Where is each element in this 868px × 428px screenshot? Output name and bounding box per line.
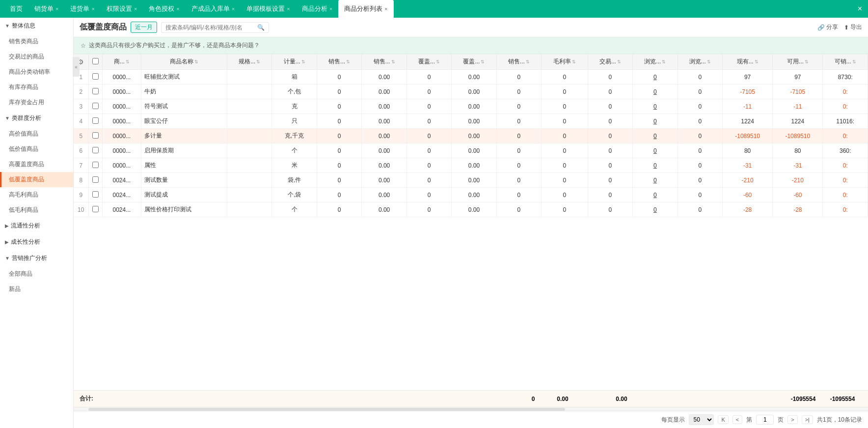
col-gross[interactable]: 毛利率⇅	[542, 54, 588, 70]
sidebar-group-growth[interactable]: ▶ 成长性分析	[0, 234, 73, 250]
sidebar-item-traded-goods[interactable]: 交易过的商品	[0, 49, 73, 64]
close-icon[interactable]: ×	[134, 6, 137, 12]
row-checkbox[interactable]	[92, 162, 99, 168]
first-page-button[interactable]: K	[718, 415, 728, 424]
close-icon[interactable]: ×	[55, 6, 58, 12]
nav-purchase[interactable]: 进货单 ×	[64, 0, 100, 18]
nav-warehouse[interactable]: 产成品入库单 ×	[186, 0, 241, 18]
row-name[interactable]: 眼宝公仔	[141, 114, 227, 129]
next-page-button[interactable]: >	[787, 415, 797, 424]
row-checkbox[interactable]	[92, 103, 99, 109]
col-view2[interactable]: 浏览...⇅	[678, 54, 722, 70]
row-checkbox[interactable]	[92, 132, 99, 139]
search-input[interactable]	[165, 24, 255, 31]
col-trade[interactable]: 交易...⇅	[588, 54, 632, 70]
row-name[interactable]: 旺辅批次测试	[141, 70, 227, 85]
col-cover1[interactable]: 覆盖...⇅	[407, 54, 451, 70]
select-all-checkbox[interactable]	[92, 58, 99, 64]
close-icon[interactable]: ×	[91, 6, 94, 12]
sidebar-item-category-rate[interactable]: 商品分类动销率	[0, 64, 73, 80]
row-view1[interactable]: 0	[633, 158, 678, 173]
row-view1[interactable]: 0	[633, 85, 678, 99]
row-view1[interactable]: 0	[633, 99, 678, 114]
col-spec[interactable]: 规格...⇅	[227, 54, 272, 70]
sidebar-item-stock-capital[interactable]: 库存资金占用	[0, 95, 73, 110]
sidebar-group-cluster[interactable]: ▼ 类群度分析	[0, 110, 73, 126]
time-filter-month[interactable]: 近一月	[131, 22, 157, 33]
col-sales-qty[interactable]: 销售...⇅	[317, 54, 361, 70]
row-checkbox[interactable]	[92, 88, 99, 94]
row-checkbox[interactable]	[92, 147, 99, 153]
sidebar-item-high-margin[interactable]: 高毛利商品	[0, 187, 73, 202]
row-sales-amt: 0.00	[362, 173, 407, 188]
sidebar-item-high-coverage[interactable]: 高覆盖度商品	[0, 157, 73, 172]
row-view1[interactable]: 0	[633, 114, 678, 129]
sidebar-item-high-value[interactable]: 高价值商品	[0, 126, 73, 142]
col-code[interactable]: 商...⇅	[102, 54, 141, 70]
col-avail[interactable]: 可用...⇅	[773, 54, 823, 70]
per-page-select[interactable]: 50 10 20 100	[689, 414, 714, 425]
col-current[interactable]: 现有...⇅	[723, 54, 773, 70]
row-checkbox[interactable]	[92, 117, 99, 124]
row-checkbox[interactable]	[92, 176, 99, 183]
row-view1[interactable]: 0	[633, 188, 678, 202]
row-current: 97	[723, 70, 773, 85]
sidebar-group-liquidity[interactable]: ▶ 流通性分析	[0, 218, 73, 234]
row-view1[interactable]: 0	[633, 70, 678, 85]
sidebar-item-low-margin[interactable]: 低毛利商品	[0, 202, 73, 218]
row-view1[interactable]: 0	[633, 143, 678, 158]
page-number-input[interactable]	[756, 415, 774, 425]
row-name[interactable]: 多计量	[141, 129, 227, 143]
col-cover2[interactable]: 覆盖...⇅	[452, 54, 496, 70]
sidebar-collapse-button[interactable]: «	[73, 57, 80, 77]
row-name[interactable]: 属性价格打印测试	[141, 202, 227, 217]
nav-sales[interactable]: 销货单 ×	[28, 0, 64, 18]
row-trade: 0	[588, 143, 632, 158]
close-icon[interactable]: ×	[329, 6, 332, 12]
nav-home[interactable]: 首页	[4, 0, 28, 18]
col-view1[interactable]: 浏览...⇅	[633, 54, 678, 70]
sidebar-item-low-coverage[interactable]: 低覆盖度商品	[0, 172, 73, 187]
col-name[interactable]: 商品名称⇅	[141, 54, 227, 70]
close-all-tabs-icon[interactable]: ×	[858, 4, 862, 13]
close-icon[interactable]: ×	[176, 6, 179, 12]
sidebar-item-all-goods[interactable]: 全部商品	[0, 266, 73, 282]
col-unit[interactable]: 计量...⇅	[272, 54, 317, 70]
prev-page-button[interactable]: <	[732, 415, 742, 424]
sidebar-item-low-value[interactable]: 低价值商品	[0, 142, 73, 157]
row-checkbox[interactable]	[92, 206, 99, 212]
row-checkbox[interactable]	[92, 191, 99, 198]
row-view1[interactable]: 0	[633, 173, 678, 188]
row-name[interactable]: 启用保质期	[141, 143, 227, 158]
close-icon[interactable]: ×	[232, 6, 235, 12]
col-sellable[interactable]: 可销...⇅	[823, 54, 868, 70]
row-name[interactable]: 符号测试	[141, 99, 227, 114]
page-title: 低覆盖度商品	[80, 22, 127, 32]
col-sales3[interactable]: 销售...⇅	[496, 54, 541, 70]
sidebar-item-in-stock[interactable]: 有库存商品	[0, 80, 73, 95]
sidebar-group-marketing[interactable]: ▼ 营销推广分析	[0, 250, 73, 266]
sidebar-item-sales-goods[interactable]: 销售类商品	[0, 34, 73, 49]
nav-permission[interactable]: 权限设置 ×	[101, 0, 143, 18]
row-view1[interactable]: 0	[633, 202, 678, 217]
search-icon[interactable]: 🔍	[257, 24, 265, 31]
close-icon[interactable]: ×	[384, 6, 387, 12]
row-view1[interactable]: 0	[633, 129, 678, 143]
row-checkbox[interactable]	[92, 73, 99, 80]
sidebar-group-overall[interactable]: ▼ 整体信息	[0, 18, 73, 34]
last-page-button[interactable]: >|	[802, 415, 813, 424]
row-current: -60	[723, 188, 773, 202]
nav-analysis-list[interactable]: 商品分析列表 ×	[338, 0, 393, 18]
share-button[interactable]: 🔗 分享	[817, 23, 838, 31]
col-sales-amt[interactable]: 销售...⇅	[362, 54, 407, 70]
row-name[interactable]: 测试数量	[141, 173, 227, 188]
row-name[interactable]: 测试提成	[141, 188, 227, 202]
close-icon[interactable]: ×	[287, 6, 290, 12]
nav-template[interactable]: 单据模板设置 ×	[241, 0, 296, 18]
row-name[interactable]: 牛奶	[141, 85, 227, 99]
nav-role[interactable]: 角色授权 ×	[143, 0, 185, 18]
sidebar-item-new-goods[interactable]: 新品	[0, 282, 73, 297]
row-name[interactable]: 属性	[141, 158, 227, 173]
nav-analysis[interactable]: 商品分析 ×	[296, 0, 338, 18]
export-button[interactable]: ⬆ 导出	[844, 23, 862, 31]
